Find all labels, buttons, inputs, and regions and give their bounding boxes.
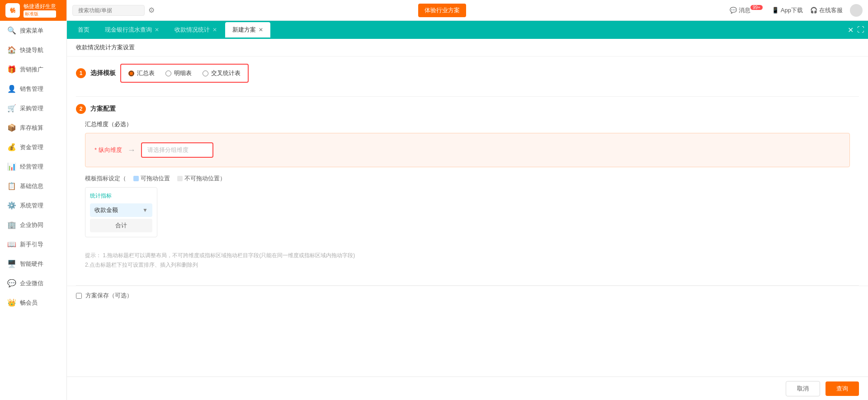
sidebar-item-sales[interactable]: 👤 销售管理: [0, 79, 66, 99]
sidebar-item-label: 经营管理: [20, 163, 43, 171]
step2-title: 方案配置: [90, 105, 116, 113]
sidebar-item-quick-nav[interactable]: 🏠 快捷导航: [0, 40, 66, 60]
content-inner: 收款情况统计方案设置 1 选择模板 汇总表 明细表: [67, 39, 868, 376]
tab-new-plan-label: 新建方案: [232, 26, 256, 34]
online-service-btn[interactable]: 🎧 在线客服: [810, 6, 843, 14]
draggable-badge: 可拖动位置: [133, 174, 170, 183]
logo-badge: 标准版: [24, 10, 56, 18]
tip2: 2.点击标题栏下拉可设置排序、插入列和删除列: [85, 261, 850, 269]
app-download-label: App下载: [781, 6, 803, 14]
clipboard-icon: 📋: [7, 182, 16, 190]
logo-name: 畅捷通好生意: [24, 3, 56, 10]
template-options: 汇总表 明细表 交叉统计表: [120, 64, 249, 83]
gift-icon: 🎁: [7, 65, 16, 74]
sidebar-item-label: 搜索菜单: [20, 27, 43, 35]
radio-cross-label: 交叉统计表: [211, 69, 241, 77]
tab-cash-flow-close[interactable]: ✕: [155, 27, 159, 33]
search-menu-icon: 🔍: [7, 26, 16, 35]
sidebar-item-label: 资金管理: [20, 143, 43, 151]
message-btn[interactable]: 💬 消息 99+: [730, 6, 764, 14]
metric-item-amount[interactable]: 收款金额 ▼: [90, 203, 152, 217]
tab-collection-stats[interactable]: 收款情况统计 ✕: [167, 22, 224, 38]
cart-icon: 🛒: [7, 104, 16, 113]
tab-cash-flow-label: 现金银行流水查询: [105, 26, 152, 34]
sidebar-item-search-menu[interactable]: 🔍 搜索菜单: [0, 21, 66, 40]
box-icon: 📦: [7, 123, 16, 132]
query-button[interactable]: 查询: [826, 381, 859, 396]
tab-new-plan[interactable]: 新建方案 ✕: [225, 22, 270, 38]
sidebar-item-label: 库存核算: [20, 124, 43, 132]
app-download-btn[interactable]: 📱 App下载: [772, 6, 803, 14]
sidebar-item-purchase[interactable]: 🛒 采购管理: [0, 99, 66, 118]
sidebar-item-operations[interactable]: 📊 经营管理: [0, 157, 66, 176]
page-header: 收款情况统计方案设置: [67, 39, 868, 56]
metrics-group: 统计指标 收款金额 ▼ 合计: [85, 187, 157, 237]
industry-btn[interactable]: 体验行业方案: [418, 4, 466, 17]
sidebar-item-system[interactable]: ⚙️ 系统管理: [0, 196, 66, 215]
sidebar-item-basic-info[interactable]: 📋 基础信息: [0, 176, 66, 196]
radio-summary-input[interactable]: [128, 71, 134, 76]
logo-icon: 畅: [5, 3, 20, 18]
chat-icon: 💬: [7, 279, 16, 287]
dimension-row: 纵向维度 → 请选择分组维度: [94, 142, 840, 158]
dropdown-icon[interactable]: ▼: [142, 207, 148, 213]
footer-save: 方案保存（可选）: [67, 286, 868, 305]
sidebar-item-smart-hw[interactable]: 🖥️ 智能硬件: [0, 254, 66, 273]
message-badge: 99+: [750, 5, 763, 10]
arrow-icon: →: [127, 146, 136, 155]
tab-new-plan-close[interactable]: ✕: [259, 27, 263, 33]
step1-title: 选择模板: [90, 69, 116, 77]
home-icon: 🏠: [7, 46, 16, 54]
sidebar-item-label: 快捷导航: [20, 46, 43, 54]
radio-detail-input[interactable]: [165, 71, 171, 76]
metrics-section: 模板指标设定（ 可拖动位置 不可拖动位置） 统计指标: [85, 174, 850, 237]
service-icon: 🎧: [810, 7, 817, 14]
sidebar-item-enterprise[interactable]: 🏢 企业协同: [0, 215, 66, 235]
tab-cash-flow[interactable]: 现金银行流水查询 ✕: [98, 22, 166, 38]
draggable-label: 可拖动位置: [141, 174, 170, 183]
step1-header: 1 选择模板 汇总表 明细表 交叉统计表: [76, 64, 859, 83]
sidebar-logo: 畅 畅捷通好生意 标准版: [0, 0, 66, 21]
topbar: ⚙ 体验行业方案 💬 消息 99+ 📱 App下载 🎧 在线客服: [67, 0, 868, 21]
step2-header: 2 方案配置: [76, 104, 859, 114]
sidebar-item-member[interactable]: 👑 畅会员: [0, 293, 66, 312]
gear-icon[interactable]: ⚙: [148, 6, 155, 14]
save-plan-checkbox[interactable]: [76, 293, 82, 299]
tabs-end: ✕ ⛶: [848, 26, 864, 34]
metrics-header: 模板指标设定（ 可拖动位置 不可拖动位置）: [85, 174, 850, 183]
tab-close-all-icon[interactable]: ✕: [848, 26, 854, 34]
tab-collection-stats-close[interactable]: ✕: [212, 27, 217, 33]
sidebar-item-inventory[interactable]: 📦 库存核算: [0, 118, 66, 137]
radio-cross-input[interactable]: [203, 71, 208, 76]
tab-maximize-icon[interactable]: ⛶: [857, 26, 864, 34]
sidebar-item-finance[interactable]: 💰 资金管理: [0, 137, 66, 157]
tips-section: 提示： 1.拖动标题栏可以调整布局，不可跨维度或指标区域拖动栏目字段(只能在同一…: [76, 245, 859, 278]
page-title: 收款情况统计方案设置: [76, 44, 135, 51]
message-icon: 💬: [730, 7, 737, 14]
non-draggable-dot: [177, 176, 183, 181]
sidebar-item-label: 销售管理: [20, 85, 43, 93]
non-draggable-badge: 不可拖动位置）: [177, 174, 226, 183]
sidebar-item-guide[interactable]: 📖 新手引导: [0, 235, 66, 254]
sidebar-item-label: 新手引导: [20, 240, 43, 249]
draggable-dot: [133, 176, 139, 181]
message-label: 消息: [739, 6, 750, 14]
sidebar-item-marketing[interactable]: 🎁 营销推广: [0, 60, 66, 79]
radio-summary-label: 汇总表: [137, 69, 155, 77]
main-content: ⚙ 体验行业方案 💬 消息 99+ 📱 App下载 🎧 在线客服 首页 现金银行…: [67, 0, 868, 400]
sidebar-item-label: 智能硬件: [20, 260, 43, 268]
radio-cross[interactable]: 交叉统计表: [203, 69, 241, 77]
radio-detail[interactable]: 明细表: [165, 69, 192, 77]
sidebar-item-label: 企业协同: [20, 221, 43, 229]
bottom-bar: 取消 查询: [67, 376, 868, 400]
metrics-title: 模板指标设定（: [85, 174, 126, 183]
topbar-right: 💬 消息 99+ 📱 App下载 🎧 在线客服: [730, 4, 863, 17]
dimension-select[interactable]: 请选择分组维度: [141, 142, 213, 158]
tab-home[interactable]: 首页: [71, 22, 97, 38]
sidebar-item-wechat[interactable]: 💬 企业微信: [0, 273, 66, 293]
sidebar-item-label: 系统管理: [20, 202, 43, 210]
cancel-button[interactable]: 取消: [786, 381, 820, 396]
search-input[interactable]: [72, 5, 145, 16]
user-avatar[interactable]: [850, 4, 863, 17]
radio-summary[interactable]: 汇总表: [128, 69, 155, 77]
